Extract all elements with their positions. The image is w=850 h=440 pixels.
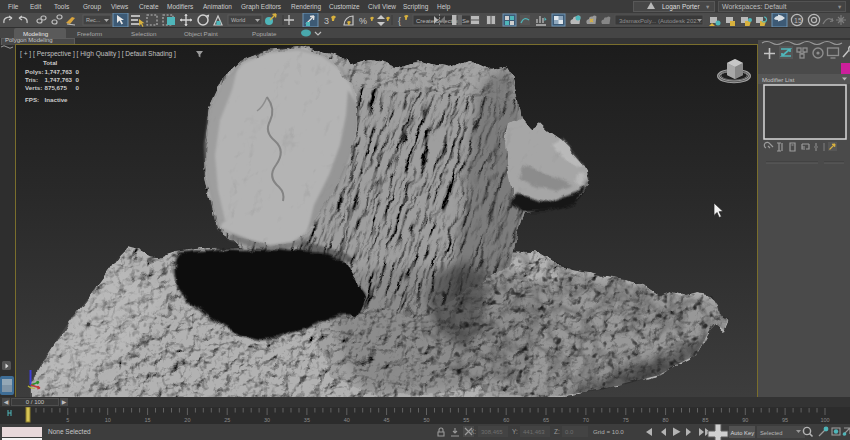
svg-text:95: 95 [782, 417, 788, 423]
svg-text:441,463: 441,463 [523, 429, 545, 435]
svg-text:85: 85 [702, 417, 708, 423]
svg-text:Modifier List: Modifier List [762, 77, 795, 83]
svg-text:Total: Total [43, 59, 58, 66]
svg-text:World: World [231, 17, 245, 23]
svg-text:Auto Key: Auto Key [731, 430, 755, 436]
svg-text:55: 55 [463, 417, 469, 423]
svg-text:40: 40 [344, 417, 350, 423]
svg-text:Y:: Y: [512, 428, 518, 435]
svg-text:Z:: Z: [554, 428, 560, 435]
svg-text:0: 0 [76, 68, 80, 75]
svg-text:15: 15 [145, 417, 151, 423]
svg-text:%: % [359, 16, 367, 26]
svg-text:90: 90 [742, 417, 748, 423]
svg-text:0: 0 [76, 76, 80, 83]
svg-text:45: 45 [384, 417, 390, 423]
svg-text:{: { [398, 16, 401, 26]
svg-text:FPS:: FPS: [25, 96, 39, 103]
svg-text:308,465: 308,465 [481, 429, 503, 435]
svg-text:Polys:: Polys: [25, 68, 44, 75]
svg-text:Rec...: Rec... [86, 17, 101, 23]
svg-text:35: 35 [304, 417, 310, 423]
svg-text:65: 65 [543, 417, 549, 423]
svg-text:100: 100 [820, 417, 829, 423]
svg-text:60: 60 [503, 417, 509, 423]
svg-text:30: 30 [264, 417, 270, 423]
svg-text:[ + ] [ Perspective ] [ High: [ + ] [ Perspective ] [ High Quality ] [… [20, 50, 176, 58]
svg-text:X:: X: [470, 428, 476, 435]
svg-text:10: 10 [105, 417, 111, 423]
svg-text:0: 0 [76, 84, 80, 91]
svg-text:Inactive: Inactive [45, 96, 69, 103]
svg-text:Verts:: Verts: [25, 84, 42, 91]
svg-text:70: 70 [583, 417, 589, 423]
svg-text:20: 20 [184, 417, 190, 423]
svg-text:1,747,763: 1,747,763 [45, 76, 73, 83]
svg-text:25: 25 [224, 417, 230, 423]
svg-text:Selected: Selected [760, 430, 783, 436]
svg-text:0.0: 0.0 [565, 429, 574, 435]
svg-text:15: 15 [794, 17, 802, 24]
svg-text:3: 3 [324, 16, 329, 26]
svg-text:875,675: 875,675 [45, 84, 68, 91]
svg-text:80: 80 [663, 417, 669, 423]
svg-text:Tris:: Tris: [25, 76, 38, 83]
svg-text:5: 5 [66, 417, 69, 423]
svg-text:Grid = 10.0: Grid = 10.0 [593, 428, 624, 435]
svg-text:3dsmaxPoly... (Autodesk 202...: 3dsmaxPoly... (Autodesk 202... [619, 18, 702, 24]
svg-text:1,747,763: 1,747,763 [45, 68, 73, 75]
svg-text:50: 50 [423, 417, 429, 423]
svg-text:75: 75 [623, 417, 629, 423]
